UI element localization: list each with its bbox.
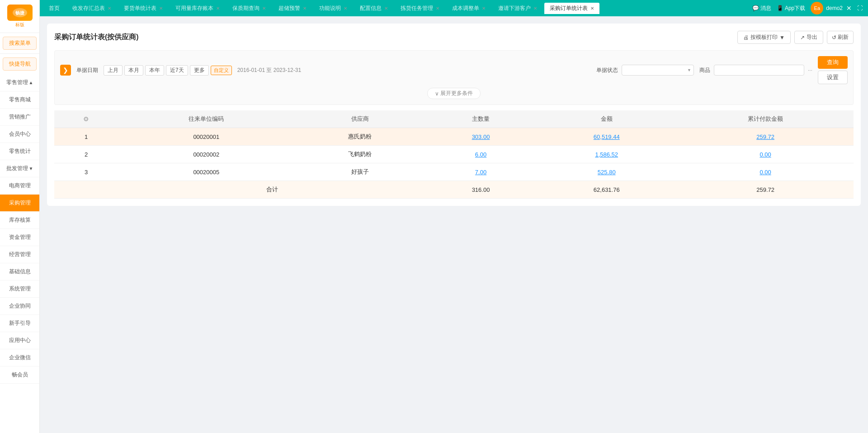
tab-available-inv[interactable]: 可用量库存账本 ✕ (170, 3, 225, 14)
quick-nav-button[interactable]: 快捷导航 (3, 57, 37, 71)
goods-filter-input[interactable] (714, 65, 804, 76)
settings-button[interactable]: 设置 (818, 71, 848, 84)
tab-cost-adjust[interactable]: 成本调整单 ✕ (447, 3, 491, 14)
sidebar-item-label: 资金管理 (9, 234, 31, 240)
sidebar-item-vip-member[interactable]: 畅会员 (0, 366, 39, 384)
tab-receive-pay-close[interactable]: ✕ (108, 6, 111, 11)
sidebar-item-label: 零售商城 (9, 96, 31, 103)
col-supplier-header: 供应商 (294, 110, 425, 128)
row-3-qty-link[interactable]: 7.00 (475, 169, 486, 176)
date-custom-badge[interactable]: 自定义 (211, 66, 232, 75)
sidebar-item-label: 库存核算 (9, 217, 31, 223)
date-btn-this-month[interactable]: 本月 (124, 65, 143, 76)
row-2-paid: 0.00 (677, 146, 854, 163)
sidebar-item-retail-mall[interactable]: 零售商城 (0, 91, 39, 109)
search-menu-button[interactable]: 搜索菜单 (3, 37, 37, 50)
tab-goods-stats[interactable]: 要货单统计表 ✕ (118, 3, 168, 14)
row-3-amount-link[interactable]: 525.80 (598, 169, 616, 176)
row-3-supplier: 好孩子 (294, 163, 425, 181)
sidebar-item-basic-info[interactable]: 基础信息 (0, 263, 39, 281)
row-1-amount-link[interactable]: 60,519.44 (594, 133, 620, 140)
chevron-down-icon: ▲ (29, 80, 33, 85)
column-settings-icon[interactable]: ⚙ (83, 115, 89, 123)
sidebar-item-system-mgmt[interactable]: 系统管理 (0, 281, 39, 298)
tab-overstock-warn-label: 超储预警 (278, 5, 300, 12)
tab-config-info-close[interactable]: ✕ (384, 6, 388, 11)
date-btn-more[interactable]: 更多 (190, 65, 209, 76)
tab-invite-downstream-close[interactable]: ✕ (533, 6, 537, 11)
user-name-label: demo2 (826, 5, 843, 11)
tab-config-info[interactable]: 配置信息 ✕ (354, 3, 393, 14)
row-3-paid-link[interactable]: 0.00 (760, 169, 771, 176)
refresh-button[interactable]: ↺ 刷新 (827, 31, 854, 44)
filter-toggle-button[interactable]: ❯ (60, 65, 71, 76)
row-1-supplier: 惠氏奶粉 (294, 128, 425, 146)
tab-purchase-stats[interactable]: 采购订单统计表 ✕ (544, 3, 599, 14)
export-icon: ↗ (800, 34, 805, 41)
date-btn-7-days[interactable]: 近7天 (166, 65, 188, 76)
sidebar-item-retail-mgmt[interactable]: 零售管理 ▲ (0, 74, 39, 91)
window-close-button[interactable]: ✕ (844, 4, 854, 13)
tab-overstock-warn[interactable]: 超储预警 ✕ (273, 3, 312, 14)
sidebar-item-app-center[interactable]: 应用中心 (0, 332, 39, 349)
sidebar-item-marketing[interactable]: 营销推广 (0, 109, 39, 126)
window-expand-button[interactable]: ⛶ (855, 4, 864, 13)
sidebar-item-inventory-check[interactable]: 库存核算 (0, 212, 39, 229)
sidebar-item-label: 新手引导 (9, 320, 31, 326)
page-title: 采购订单统计表(按供应商) (54, 33, 139, 42)
row-2-paid-link[interactable]: 0.00 (760, 151, 771, 158)
row-1-qty-link[interactable]: 303.00 (472, 133, 490, 140)
row-1-code: 00020001 (118, 128, 294, 146)
tab-goods-stats-close[interactable]: ✕ (159, 6, 163, 11)
tab-invite-downstream[interactable]: 邀请下游客户 ✕ (493, 3, 542, 14)
print-button[interactable]: 🖨 按模板打印 ▼ (737, 31, 791, 44)
date-btn-last-month[interactable]: 上月 (104, 65, 123, 76)
tab-pickup-task-close[interactable]: ✕ (436, 6, 439, 11)
tab-expiry-query-close[interactable]: ✕ (262, 6, 266, 11)
row-2-no: 2 (54, 146, 118, 163)
tab-purchase-stats-close[interactable]: ✕ (590, 6, 594, 11)
sidebar-item-new-guide[interactable]: 新手引导 (0, 315, 39, 332)
goods-more-button[interactable]: ··· (808, 67, 812, 73)
logo-sub-text: 标版 (15, 22, 24, 28)
sidebar-item-wholesale-mgmt[interactable]: 批发管理 ▼ (0, 160, 39, 177)
tab-cost-adjust-close[interactable]: ✕ (482, 6, 486, 11)
sidebar-item-ecommerce-mgmt[interactable]: 电商管理 (0, 177, 39, 195)
row-3-qty: 7.00 (426, 163, 536, 181)
user-info[interactable]: Ea demo2 (811, 2, 843, 14)
row-2-amount-link[interactable]: 1,586.52 (595, 151, 618, 158)
export-button[interactable]: ↗ 导出 (794, 31, 823, 44)
expand-conditions-button[interactable]: ∨ 展开更多条件 (427, 88, 481, 99)
sidebar-item-retail-stats[interactable]: 零售统计 (0, 143, 39, 160)
sidebar-item-label: 批发管理 (6, 165, 28, 172)
date-btn-this-year[interactable]: 本年 (145, 65, 164, 76)
tab-func-desc[interactable]: 功能说明 ✕ (314, 3, 353, 14)
row-1-paid-link[interactable]: 259.72 (756, 133, 774, 140)
app-logo[interactable]: 畅捷 标版 (0, 0, 39, 33)
main-area: 首页 收发存汇总表 ✕ 要货单统计表 ✕ 可用量库存账本 ✕ 保质期查询 ✕ 超… (40, 0, 868, 433)
tab-home[interactable]: 首页 (43, 3, 65, 14)
tab-func-desc-close[interactable]: ✕ (344, 6, 347, 11)
sidebar-item-purchase-mgmt[interactable]: 采购管理 (0, 195, 39, 212)
sidebar-item-finance-mgmt[interactable]: 资金管理 (0, 229, 39, 246)
chevron-down-icon: ▼ (29, 166, 33, 171)
tab-expiry-query[interactable]: 保质期查询 ✕ (227, 3, 271, 14)
query-button[interactable]: 查询 (818, 56, 848, 69)
tab-available-inv-close[interactable]: ✕ (216, 6, 220, 11)
row-2-qty: 6.00 (426, 146, 536, 163)
sidebar-item-operation-mgmt[interactable]: 经营管理 (0, 246, 39, 263)
sidebar-item-enterprise-collab[interactable]: 企业协同 (0, 298, 39, 315)
app-download-button[interactable]: 📱 App下载 (777, 5, 805, 12)
tab-receive-pay[interactable]: 收发存汇总表 ✕ (67, 3, 117, 14)
sidebar-item-enterprise-wechat[interactable]: 企业微信 (0, 349, 39, 366)
message-button[interactable]: 💬 消息 (752, 5, 771, 12)
row-2-supplier: 飞鹤奶粉 (294, 146, 425, 163)
title-actions: 🖨 按模板打印 ▼ ↗ 导出 ↺ 刷新 (737, 31, 854, 44)
row-3-code: 00020005 (118, 163, 294, 181)
expand-icon: ∨ (435, 90, 439, 97)
status-select[interactable] (622, 65, 694, 76)
tab-overstock-warn-close[interactable]: ✕ (303, 6, 307, 11)
sidebar-item-member-center[interactable]: 会员中心 (0, 126, 39, 143)
tab-pickup-task[interactable]: 拣货任务管理 ✕ (395, 3, 445, 14)
row-2-qty-link[interactable]: 6.00 (475, 151, 486, 158)
